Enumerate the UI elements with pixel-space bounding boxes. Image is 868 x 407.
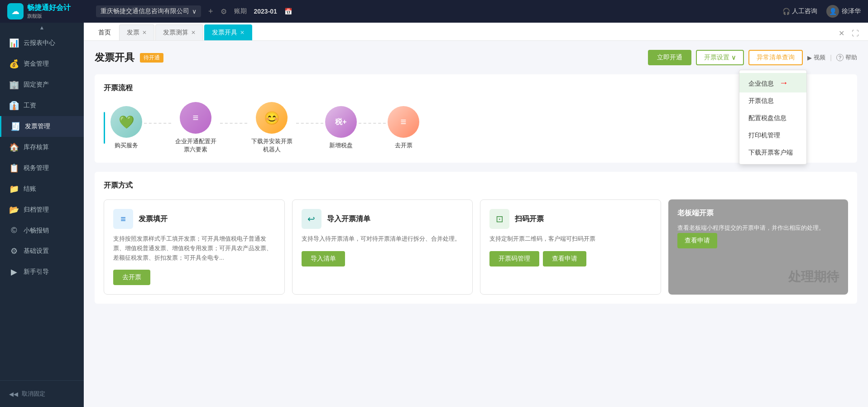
inventory-icon: 🏠 [9,142,19,152]
method-cards: ≡ 发票填开 支持按照发票样式手工填开发票；可开具增值税电子普通发票、增值税普通… [104,199,848,295]
sidebar-item-label: 小畅报销 [24,227,49,235]
sidebar-scroll-up[interactable]: ▲ [0,23,84,33]
video-label: 视频 [814,53,825,62]
video-button[interactable]: ▶ 视频 [807,53,825,62]
sidebar-item-label: 工资 [24,102,36,110]
tab-invoice-issue-close[interactable]: ✕ [240,29,245,36]
invoice-icon: 🧾 [10,121,20,131]
step-divider-1 [144,123,171,133]
method-import-title: 导入开票清单 [327,214,370,224]
sidebar-item-settings[interactable]: ⚙ 基础设置 [0,241,84,262]
step-buy-icon: 💚 [110,106,142,138]
fill-invoice-button[interactable]: 去开票 [113,270,150,285]
method-import-header: ↩ 导入开票清单 [302,209,464,229]
step-config-icon: ≡ [180,102,211,134]
sidebar-item-label: 归档管理 [24,206,49,214]
status-badge: 待开通 [140,53,163,63]
sidebar-item-capital[interactable]: 💰 资金管理 [0,53,84,74]
sidebar-item-salary[interactable]: 👔 工资 [0,95,84,116]
flow-step-buy: 💚 购买服务 [110,106,142,150]
sidebar-item-invoice[interactable]: 🧾 发票管理 [0,116,84,137]
sidebar-item-inventory[interactable]: 🏠 库存核算 [0,137,84,158]
settings-button[interactable]: 开票设置 ∨ [696,50,744,65]
tab-invoice[interactable]: 发票 ✕ [119,24,154,40]
step-taxdisk-label: 新增税盘 [329,141,353,150]
dropdown-item-company-info[interactable]: 企业信息 → [739,73,806,92]
tab-home[interactable]: 首页 [91,25,118,40]
method-card-scan: ⊡ 扫码开票 支持定制开票二维码，客户端可扫码开票 开票码管理 查看申请 [480,199,661,295]
sidebar-item-label: 税务管理 [24,164,49,172]
dropdown-item-invoice-info[interactable]: 开票信息 [739,92,806,110]
sidebar: ▲ 📊 云报表中心 💰 资金管理 🏢 固定资产 👔 工资 🧾 发票管理 [0,23,84,407]
method-card-fill: ≡ 发票填开 支持按照发票样式手工填开发票；可开具增值税电子普通发票、增值税普通… [104,199,285,295]
dropdown-item-tax-disk[interactable]: 配置税盘信息 [739,110,806,127]
method-section: 开票方式 ≡ 发票填开 支持按照发票样式手工填开发票；可开具增值税电子普通发票、… [95,172,857,304]
flow-section-title: 开票流程 [104,83,848,93]
sidebar-item-cloud-reports[interactable]: 📊 云报表中心 [0,33,84,53]
period-value: 2023-01 [254,8,277,15]
sidebar-item-label: 云报表中心 [24,39,55,47]
logo-badge: 旗舰版 [27,13,71,19]
activate-button[interactable]: 立即开通 [648,50,691,65]
boss-card-desc: 查看老板端小程序提交的开票申请，并作出相应的处理。 [677,223,839,233]
video-icon: ▶ [807,54,812,61]
settings-icon[interactable]: ⚙ [221,7,227,16]
tab-invoice-label: 发票 [127,29,139,37]
method-fill-header: ≡ 发票填开 [113,209,275,229]
tab-invoice-issue-label: 发票开具 [212,29,237,37]
tab-invoice-calc-close[interactable]: ✕ [191,29,196,36]
import-list-button[interactable]: 导入清单 [302,251,345,266]
sidebar-item-tax[interactable]: 📋 税务管理 [0,158,84,179]
step-download-label: 下载并安装开票机器人 [249,137,294,154]
consult-label: 人工咨询 [792,7,817,15]
tab-invoice-issue[interactable]: 发票开具 ✕ [204,24,252,40]
sidebar-item-label: 库存核算 [24,143,49,151]
sidebar-item-fixed-assets[interactable]: 🏢 固定资产 [0,74,84,95]
sidebar-item-label: 固定资产 [24,81,49,89]
sidebar-item-guide[interactable]: ▶ 新手引导 [0,262,84,282]
main-layout: ▲ 📊 云报表中心 💰 资金管理 🏢 固定资产 👔 工资 🧾 发票管理 [0,23,868,407]
content-area: 首页 发票 ✕ 发票测算 ✕ 发票开具 ✕ ✕ ⛶ [84,23,868,407]
sidebar-bottom: ◀◀ 取消固定 [0,380,84,407]
scan-view-apply-button[interactable]: 查看申请 [543,251,586,266]
flow-step-download: 😊 下载并安装开票机器人 [249,102,294,154]
sidebar-item-label: 新手引导 [24,268,49,276]
help-button[interactable]: ? 帮助 [836,53,857,62]
boss-view-apply-button[interactable]: 查看申请 [677,233,717,248]
help-icon: ? [836,54,844,61]
method-scan-icon: ⊡ [489,209,509,229]
tab-invoice-close[interactable]: ✕ [142,29,147,36]
page-content: 发票开具 待开通 立即开通 开票设置 ∨ 异常清单查询 ▶ 视频 | [84,41,868,407]
collapse-icon: ◀◀ [9,391,18,397]
tab-close-all-button[interactable]: ✕ [837,28,846,39]
method-fill-title: 发票填开 [139,214,168,224]
dropdown-item-label: 开票信息 [748,97,774,104]
consult-button[interactable]: 🎧 人工咨询 [782,7,817,15]
sidebar-item-closing[interactable]: 📁 结账 [0,179,84,199]
method-scan-title: 扫码开票 [515,214,544,224]
calendar-icon[interactable]: 📅 [284,8,292,15]
page-header: 发票开具 待开通 立即开通 开票设置 ∨ 异常清单查询 ▶ 视频 | [95,50,857,65]
scan-qr-manage-button[interactable]: 开票码管理 [489,251,539,266]
tab-maximize-button[interactable]: ⛶ [850,29,861,39]
sidebar-collapse-button[interactable]: ◀◀ 取消固定 [0,385,84,402]
tab-invoice-calc[interactable]: 发票测算 ✕ [155,24,203,40]
abnormal-list-button[interactable]: 异常清单查询 [748,50,803,65]
dropdown-item-download-client[interactable]: 下载开票客户端 [739,144,806,161]
help-label: 帮助 [845,53,857,62]
method-section-title: 开票方式 [104,181,848,190]
dropdown-item-printer[interactable]: 打印机管理 [739,127,806,144]
company-selector[interactable]: 重庆畅捷交通信息咨询有限公司 ∨ [96,5,201,17]
fixed-assets-icon: 🏢 [9,80,19,90]
page-title: 发票开具 [95,51,134,64]
settings-dropdown: 企业信息 → 开票信息 配置税盘信息 打印机管理 下 [739,70,807,165]
step-divider-2 [220,123,247,133]
settings-button-label: 开票设置 [704,53,729,62]
salary-icon: 👔 [9,101,19,111]
flow-step-config: ≡ 企业开通配置开票六要素 [173,102,218,154]
settings-sidebar-icon: ⚙ [9,246,19,256]
add-icon[interactable]: + [208,7,213,16]
sidebar-item-archive[interactable]: 📂 归档管理 [0,199,84,220]
sidebar-item-reimbursement[interactable]: © 小畅报销 [0,220,84,241]
user-area[interactable]: 👤 徐泽华 [826,5,861,18]
